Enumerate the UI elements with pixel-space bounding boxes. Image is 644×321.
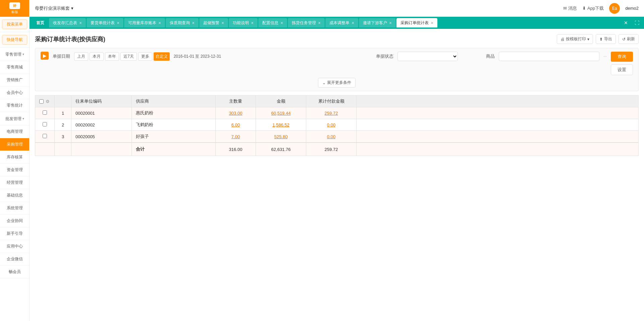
quick-nav-button[interactable]: 快捷导航 [2, 35, 27, 45]
sidebar-item-member-center[interactable]: 会员中心 [0, 87, 29, 99]
tab-home[interactable]: 首页 [32, 18, 48, 28]
tab-expand-button[interactable]: ⛶ [633, 19, 641, 26]
tab-close-all-button[interactable]: ✕ [622, 19, 630, 26]
user-name[interactable]: demo2 [625, 6, 639, 11]
close-icon[interactable]: ✕ [192, 21, 195, 25]
template-print-button[interactable]: 🖨 按模板打印 ▾ [557, 34, 593, 44]
sidebar-item-ecommerce[interactable]: 电商管理 [0, 125, 29, 138]
footer-amount-cell: 62,631.76 [256, 143, 306, 156]
tab-config-info[interactable]: 配置信息 ✕ [258, 18, 287, 28]
this-year-btn[interactable]: 本年 [105, 52, 119, 61]
tab-func-desc[interactable]: 功能说明 ✕ [229, 18, 258, 28]
workspace-selector[interactable]: 母婴行业演示账套 ▾ [35, 5, 73, 11]
search-menu-button[interactable]: 搜索菜单 [2, 19, 27, 29]
footer-extra-cell [357, 143, 639, 156]
tab-receive-summary[interactable]: 收发存汇总表 ✕ [49, 18, 86, 28]
sidebar-item-enterprise[interactable]: 企业协同 [0, 215, 29, 227]
page-title: 采购订单统计表(按供应商) [35, 35, 105, 43]
close-icon[interactable]: ✕ [79, 21, 82, 25]
more-btn[interactable]: 更多 [138, 52, 152, 61]
sidebar-item-app-center[interactable]: 应用中心 [0, 240, 29, 253]
status-select[interactable] [397, 52, 458, 61]
row-checkbox[interactable] [43, 134, 47, 138]
tab-bar-controls: ✕ ⛶ [622, 19, 641, 26]
th-extra [357, 96, 639, 107]
tab-available-stock[interactable]: 可用量库存账本 ✕ [124, 18, 165, 28]
this-month-btn[interactable]: 本月 [90, 52, 104, 61]
tab-purchase-order-stats[interactable]: 采购订单统计表 ✕ [396, 18, 437, 28]
select-all-checkbox[interactable] [39, 99, 44, 104]
table-body: 1 00020001 惠氏奶粉 303.00 60,519.44 259.72 … [35, 107, 639, 143]
tab-shelf-life[interactable]: 保质期查询 ✕ [166, 18, 199, 28]
tab-pick-task[interactable]: 拣货任务管理 ✕ [288, 18, 325, 28]
sidebar-item-retail-mgmt[interactable]: 零售管理 ▾ [0, 48, 29, 61]
sidebar-item-retail-mall[interactable]: 零售商城 [0, 61, 29, 74]
close-icon[interactable]: ✕ [158, 21, 161, 25]
close-icon[interactable]: ✕ [251, 21, 254, 25]
filter-toggle-button[interactable]: ▶ [41, 52, 49, 60]
sidebar-item-purchase-mgmt[interactable]: 采购管理 [0, 138, 29, 151]
sidebar-item-new-guide[interactable]: 新手引导 [0, 227, 29, 240]
main-content: 母婴行业演示账套 ▾ ✉ 消息 ⬇ App下载 Ea demo2 首页 收发存汇… [30, 0, 644, 321]
refresh-button[interactable]: ↺ 刷新 [619, 34, 639, 44]
close-icon[interactable]: ✕ [280, 21, 283, 25]
sidebar: 好 标版 搜索菜单 快捷导航 零售管理 ▾ 零售商城 营销推广 会员中心 零售统… [0, 0, 30, 321]
table-row: 2 00020002 飞鹤奶粉 6.00 1,586.52 0.00 [35, 119, 639, 131]
sidebar-item-retail-stats[interactable]: 零售统计 [0, 99, 29, 112]
goods-input[interactable] [499, 52, 599, 61]
row-supplier: 惠氏奶粉 [132, 107, 216, 119]
sidebar-item-enterprise-wechat[interactable]: 企业微信 [0, 253, 29, 266]
close-icon[interactable]: ✕ [431, 21, 433, 25]
message-button[interactable]: ✉ 消息 [563, 5, 577, 11]
query-button[interactable]: 查询 [611, 52, 633, 62]
sidebar-item-inventory[interactable]: 库存核算 [0, 151, 29, 164]
last-month-btn[interactable]: 上月 [74, 52, 88, 61]
refresh-icon: ↺ [622, 37, 626, 42]
row-paid[interactable]: 0.00 [306, 131, 357, 143]
row-paid[interactable]: 259.72 [306, 107, 357, 119]
close-icon[interactable]: ✕ [117, 21, 119, 25]
sidebar-item-finance[interactable]: 资金管理 [0, 164, 29, 176]
settings-button[interactable]: 设置 [611, 64, 633, 75]
logo-button[interactable]: 好 标版 [0, 0, 29, 17]
close-icon[interactable]: ✕ [221, 21, 224, 25]
row-no: 1 [55, 107, 71, 119]
tab-goods-stats[interactable]: 要货单统计表 ✕ [87, 18, 123, 28]
goods-more-icon[interactable]: ··· [603, 54, 607, 59]
expand-more-button[interactable]: ⌄ 展开更多条件 [318, 78, 356, 88]
close-icon[interactable]: ✕ [318, 21, 321, 25]
sidebar-item-basic-info[interactable]: 基础信息 [0, 189, 29, 202]
row-qty[interactable]: 6.00 [216, 119, 256, 131]
close-icon[interactable]: ✕ [352, 21, 354, 25]
row-amount[interactable]: 60,519.44 [256, 107, 306, 119]
footer-no-cell [55, 143, 71, 156]
tab-overstock[interactable]: 超储预警 ✕ [199, 18, 228, 28]
tab-cost-adjust[interactable]: 成本调整单 ✕ [325, 18, 358, 28]
app-download-button[interactable]: ⬇ App下载 [582, 5, 604, 11]
row-checkbox[interactable] [43, 110, 47, 115]
date-range-display: 2016-01-01 至 2023-12-31 [174, 54, 221, 59]
tab-invite-downstream[interactable]: 邀请下游客户 ✕ [359, 18, 396, 28]
row-qty[interactable]: 7.00 [216, 131, 256, 143]
sidebar-item-marketing[interactable]: 营销推广 [0, 74, 29, 87]
footer-qty-cell: 316.00 [216, 143, 256, 156]
row-amount[interactable]: 1,586.52 [256, 119, 306, 131]
sidebar-item-vip[interactable]: 畅会员 [0, 266, 29, 278]
sidebar-item-wholesale-mgmt[interactable]: 批发管理 ▾ [0, 112, 29, 125]
row-extra [357, 119, 639, 131]
row-supplier: 好孩子 [132, 131, 216, 143]
avatar[interactable]: Ea [609, 3, 620, 14]
row-amount[interactable]: 525.80 [256, 131, 306, 143]
sidebar-search-section: 搜索菜单 [0, 17, 29, 32]
date-filter-label: 单据日期 [53, 53, 70, 59]
custom-date-badge[interactable]: 自定义 [154, 52, 170, 61]
gear-icon[interactable]: ⚙ [45, 99, 50, 104]
close-icon[interactable]: ✕ [389, 21, 392, 25]
row-qty[interactable]: 303.00 [216, 107, 256, 119]
row-paid[interactable]: 0.00 [306, 119, 357, 131]
row-checkbox[interactable] [43, 122, 47, 126]
last-7-days-btn[interactable]: 近7天 [120, 52, 137, 61]
sidebar-item-sys-mgmt[interactable]: 系统管理 [0, 202, 29, 215]
sidebar-item-operation[interactable]: 经营管理 [0, 176, 29, 189]
export-button[interactable]: ⬆ 导出 [596, 34, 616, 44]
